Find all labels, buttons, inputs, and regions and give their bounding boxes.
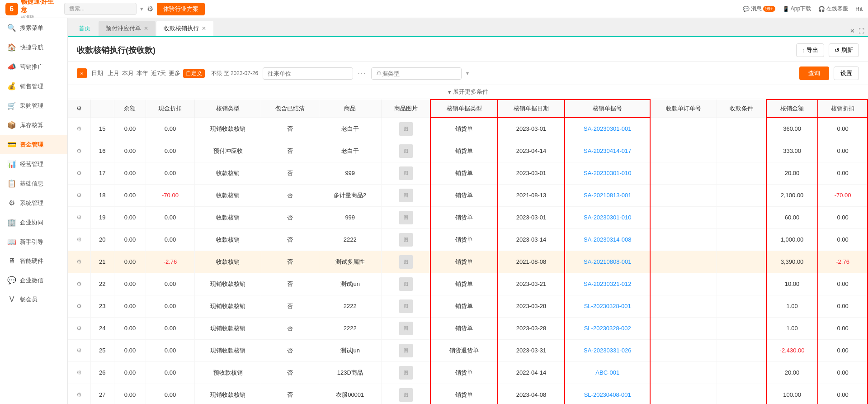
filter-bill-type-input[interactable]: [371, 67, 462, 80]
message-area[interactable]: 💬 消息 99+: [743, 5, 775, 13]
table-row: ⚙ 27 0.00 0.00 现销收款核销 否 衣服00001 图 销货单 20…: [68, 384, 868, 404]
inventory-icon: 📦: [7, 121, 16, 129]
td-settings[interactable]: ⚙: [68, 361, 90, 384]
sidebar-item-member[interactable]: V 畅会员: [0, 290, 67, 309]
td-settings[interactable]: ⚙: [68, 273, 90, 295]
td-bill-no[interactable]: SA-20230301-001: [565, 118, 650, 140]
tab-writeoff-close[interactable]: ✕: [202, 25, 206, 32]
td-settings[interactable]: ⚙: [68, 228, 90, 251]
sidebar-item-system[interactable]: ⚙ 系统管理: [0, 193, 67, 213]
td-writeoff-discount: -2.76: [818, 251, 868, 273]
refresh-btn[interactable]: ↺ 刷新: [829, 43, 859, 57]
td-bill-no[interactable]: SA-20230414-017: [565, 140, 650, 162]
td-receipt-order-no: [650, 273, 717, 295]
filter-date-this-year[interactable]: 本年: [137, 69, 148, 78]
td-bill-no[interactable]: SA-20230314-008: [565, 228, 650, 251]
td-settings[interactable]: ⚙: [68, 162, 90, 184]
td-bill-no[interactable]: SA-20230321-012: [565, 273, 650, 295]
sidebar-item-inventory[interactable]: 📦 库存核算: [0, 115, 67, 135]
column-settings-icon[interactable]: ⚙: [76, 105, 82, 112]
td-cash-discount: -70.00: [146, 184, 194, 206]
td-bill-no[interactable]: SA-20210813-001: [565, 184, 650, 206]
td-bill-no[interactable]: SL-20230328-001: [565, 295, 650, 317]
expand-more-btn[interactable]: ▾ 展开更多条件: [448, 88, 488, 96]
settings-icon[interactable]: ⚙: [147, 5, 153, 13]
tab-home[interactable]: 首页: [71, 21, 98, 36]
td-settings[interactable]: ⚙: [68, 384, 90, 404]
td-bill-no[interactable]: SA-20230301-010: [565, 206, 650, 228]
td-settings[interactable]: ⚙: [68, 206, 90, 228]
industry-btn[interactable]: 体验行业方案: [157, 3, 205, 15]
td-settings[interactable]: ⚙: [68, 118, 90, 140]
sidebar-item-operation[interactable]: 📊 经营管理: [0, 154, 67, 174]
message-label: 消息: [751, 5, 762, 13]
td-settings[interactable]: ⚙: [68, 317, 90, 339]
td-settings[interactable]: ⚙: [68, 339, 90, 361]
td-row-no: 26: [90, 361, 114, 384]
td-bill-no[interactable]: SA-20230301-010: [565, 162, 650, 184]
tab-close-icon[interactable]: ✕: [850, 28, 855, 34]
td-product: 测试jun: [319, 273, 381, 295]
filter-date-custom[interactable]: 自定义: [183, 69, 205, 78]
td-product-img: 图: [381, 384, 430, 404]
td-included-settled: 否: [261, 206, 319, 228]
td-bill-type: 销货单: [430, 251, 497, 273]
td-product-img: 图: [381, 273, 430, 295]
online-service[interactable]: 🎧 在线客服: [818, 5, 848, 13]
td-bill-date: 2021-08-13: [498, 184, 565, 206]
td-settings[interactable]: ⚙: [68, 295, 90, 317]
col-header-bill-type: 核销单据类型: [430, 100, 497, 118]
query-btn[interactable]: 查询: [799, 67, 829, 80]
td-balance: 0.00: [114, 228, 146, 251]
filter-bill-type-dropdown[interactable]: ▾: [466, 70, 469, 76]
td-bill-no[interactable]: SL-20230408-001: [565, 384, 650, 404]
td-bill-date: 2023-03-31: [498, 339, 565, 361]
td-bill-no[interactable]: SL-20230328-002: [565, 317, 650, 339]
td-settings[interactable]: ⚙: [68, 184, 90, 206]
tab-writeoff[interactable]: 收款核销执行 ✕: [156, 21, 213, 36]
td-receipt-order-no: [650, 206, 717, 228]
export-btn[interactable]: ↑ 导出: [796, 43, 825, 57]
setting-btn[interactable]: 设置: [834, 67, 859, 80]
td-bill-no[interactable]: ABC-001: [565, 361, 650, 384]
tab-prepay-close[interactable]: ✕: [144, 25, 148, 32]
col-header-settings[interactable]: ⚙: [68, 100, 90, 118]
hardware-icon: 🖥: [7, 257, 16, 265]
td-settings[interactable]: ⚙: [68, 251, 90, 273]
sidebar-item-basic[interactable]: 📋 基础信息: [0, 174, 67, 193]
dropdown-icon[interactable]: ▾: [140, 5, 143, 12]
filter-date-more[interactable]: 更多: [169, 69, 180, 78]
top-search[interactable]: 搜索...: [64, 3, 137, 15]
td-bill-no[interactable]: SA-20210808-001: [565, 251, 650, 273]
sidebar-item-hardware[interactable]: 🖥 智能硬件: [0, 252, 67, 271]
filter-date-this-month[interactable]: 本月: [122, 69, 134, 78]
filter-date-7days[interactable]: 近7天: [151, 69, 166, 78]
filter-expand-arrow[interactable]: »: [77, 68, 87, 78]
filter-date-last-month[interactable]: 上月: [108, 69, 119, 78]
td-settings[interactable]: ⚙: [68, 140, 90, 162]
sidebar-item-sales[interactable]: 💰 销售管理: [0, 76, 67, 96]
sidebar-item-finance[interactable]: 💳 资金管理: [0, 135, 67, 154]
td-balance: 0.00: [114, 184, 146, 206]
logo-text: 畅捷通·好生意: [21, 0, 60, 14]
td-bill-no[interactable]: SA-20230331-026: [565, 339, 650, 361]
tab-prepay[interactable]: 预付冲应付单 ✕: [99, 21, 156, 36]
sidebar-item-wechat[interactable]: 💬 企业微信: [0, 271, 67, 290]
td-product-img: 图: [381, 251, 430, 273]
sidebar-item-shortcut[interactable]: 🏠 快捷导航: [0, 38, 67, 57]
sidebar-item-guide[interactable]: 📖 新手引导: [0, 232, 67, 252]
td-balance: 0.00: [114, 384, 146, 404]
sidebar-item-marketing[interactable]: 📣 营销推广: [0, 57, 67, 76]
filter-counterpart-input[interactable]: [263, 67, 353, 80]
sidebar-item-enterprise[interactable]: 🏢 企业协同: [0, 213, 67, 232]
td-receipt-order-no: [650, 162, 717, 184]
td-writeoff-type: 现销收款核销: [195, 118, 261, 140]
td-product: 999: [319, 162, 381, 184]
system-icon: ⚙: [7, 199, 16, 207]
app-download[interactable]: 📱 App下载: [783, 5, 811, 13]
sidebar-item-search[interactable]: 🔍 搜索菜单: [0, 18, 67, 38]
user-name[interactable]: Rit: [855, 5, 863, 12]
td-row-no: 15: [90, 118, 114, 140]
sidebar-item-purchase[interactable]: 🛒 采购管理: [0, 96, 67, 115]
tab-maximize-icon[interactable]: ⛶: [859, 28, 864, 34]
